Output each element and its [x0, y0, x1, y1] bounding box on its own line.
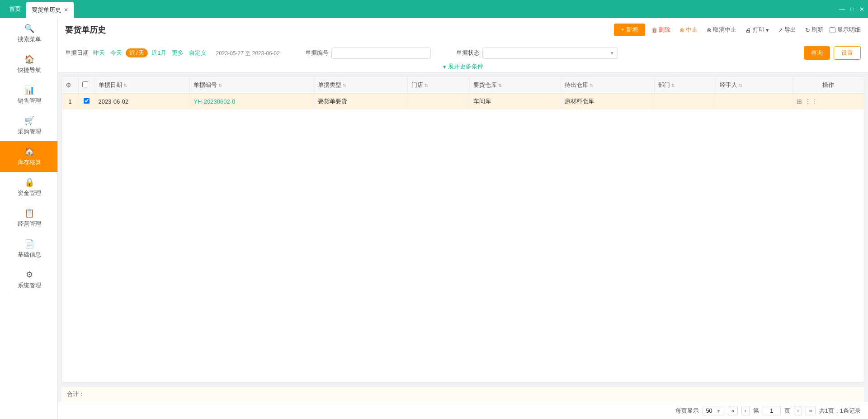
th-doc-type: 单据类型⇅ [314, 77, 408, 94]
shortcut-custom[interactable]: 自定义 [187, 48, 208, 57]
page-input[interactable] [763, 406, 781, 415]
shortcut-last7days[interactable]: 近7天 [126, 48, 148, 57]
finance-mgmt-icon: 🔒 [24, 177, 34, 187]
per-page-label: 每页显示 [675, 407, 699, 415]
window-maximize-btn[interactable]: □ [850, 6, 854, 13]
cell-req-warehouse: 车间库 [469, 94, 561, 110]
delete-icon: 🗑 [651, 27, 657, 33]
status-select-wrapper [482, 48, 618, 59]
total-label: 合计： [67, 390, 85, 398]
filter-group-date-range: 2023-05-27 至 2023-06-02 [216, 49, 279, 57]
sort-doc-type-icon[interactable]: ⇅ [343, 83, 346, 88]
query-button[interactable]: 查询 [804, 46, 830, 60]
main-layout: 🔍 搜索菜单 🏠 快捷导航 📊 销售管理 🛒 采购管理 🏠 库存核算 🔒 资金管… [0, 18, 868, 419]
table-settings-icon[interactable]: ⚙ [66, 81, 71, 89]
shortcut-more[interactable]: 更多 [170, 48, 185, 57]
view-action-icon[interactable]: ⊞ [797, 98, 802, 105]
select-all-checkbox[interactable] [82, 81, 88, 87]
docno-filter-input[interactable] [331, 48, 431, 59]
sort-store-icon[interactable]: ⇅ [425, 83, 428, 88]
new-button[interactable]: + 新增 [614, 24, 645, 36]
window-minimize-btn[interactable]: — [839, 6, 845, 13]
sidebar-item-finance-mgmt[interactable]: 🔒 资金管理 [0, 172, 57, 203]
cell-department [654, 94, 716, 110]
sort-doc-date-icon[interactable]: ⇅ [123, 83, 127, 88]
sort-department-icon[interactable]: ⇅ [671, 83, 675, 88]
tab-close-icon[interactable]: ✕ [64, 7, 68, 13]
cell-handler [716, 94, 793, 110]
expand-more-icon: ▾ [443, 63, 446, 70]
cell-num: 1 [62, 94, 78, 110]
cell-doc-type: 要货单要货 [314, 94, 408, 110]
sort-req-warehouse-icon[interactable]: ⇅ [498, 83, 502, 88]
table-area: ⚙ 单据日期⇅ 单据编号⇅ 单据类型⇅ [61, 76, 864, 382]
tab-requisition-history[interactable]: 要货单历史 ✕ [26, 2, 74, 18]
shortcut-last1month[interactable]: 近1月 [150, 48, 168, 57]
page-title-row: 要货单历史 + 新增 🗑 删除 ⊗ 中止 ⊗ 取消中止 [65, 24, 861, 36]
per-page-select[interactable]: 20 50 100 200 [703, 406, 724, 415]
quick-nav-icon: 🏠 [24, 54, 34, 64]
th-settings: ⚙ [62, 77, 78, 94]
sidebar-item-search-menu[interactable]: 🔍 搜索菜单 [0, 18, 57, 49]
first-page-btn[interactable]: « [728, 406, 737, 415]
page-suffix: 页 [784, 407, 790, 415]
settings-button[interactable]: 设置 [834, 46, 861, 60]
print-button[interactable]: 🖨 打印 ▾ [743, 24, 772, 36]
expand-more-row[interactable]: ▾ 展开更多条件 [65, 60, 861, 72]
th-doc-no: 单据编号⇅ [190, 77, 314, 94]
sort-handler-icon[interactable]: ⇅ [739, 83, 742, 88]
next-page-btn[interactable]: › [794, 406, 802, 415]
shortcut-today[interactable]: 今天 [108, 48, 124, 57]
th-checkbox [78, 77, 94, 94]
per-page-select-wrapper: 20 50 100 200 [703, 406, 724, 415]
sort-pending-warehouse-icon[interactable]: ⇅ [590, 83, 593, 88]
sales-mgmt-icon: 📊 [24, 85, 34, 95]
sidebar-item-quick-nav[interactable]: 🏠 快捷导航 [0, 49, 57, 80]
status-filter-select[interactable] [482, 48, 618, 59]
filter-group-status: 单据状态 [456, 48, 618, 59]
sidebar-item-operations-mgmt[interactable]: 📋 经营管理 [0, 203, 57, 233]
th-store: 门店⇅ [408, 77, 469, 94]
sidebar-item-sales-mgmt[interactable]: 📊 销售管理 [0, 80, 57, 110]
filter-action-buttons: 查询 设置 [804, 46, 861, 60]
shortcut-yesterday[interactable]: 昨天 [91, 48, 107, 57]
cancel-stop-button[interactable]: ⊗ 取消中止 [704, 24, 739, 36]
export-button[interactable]: ↗ 导出 [775, 24, 799, 36]
refresh-button[interactable]: ↻ 刷新 [802, 24, 826, 36]
stop-button[interactable]: ⊗ 中止 [677, 24, 700, 36]
last-page-btn[interactable]: » [806, 406, 815, 415]
display-detail-checkbox[interactable]: 显示明细 [830, 26, 861, 34]
cell-pending-warehouse: 原材料仓库 [561, 94, 654, 110]
inventory-icon: 🏠 [24, 147, 34, 157]
more-action-icon[interactable]: ⋮⋮ [805, 98, 817, 105]
row-checkbox-0[interactable] [84, 98, 90, 104]
tab-home[interactable]: 首页 [4, 0, 26, 18]
sidebar-item-system-mgmt[interactable]: ⚙ 系统管理 [0, 264, 57, 295]
doc-no-link[interactable]: YH-20230602-0 [193, 98, 235, 105]
purchase-mgmt-icon: 🛒 [24, 116, 34, 126]
display-detail-input[interactable] [830, 27, 835, 33]
window-close-btn[interactable]: ✕ [859, 6, 864, 13]
refresh-icon: ↻ [805, 27, 810, 33]
cell-actions: ⊞ ⋮⋮ [793, 94, 864, 110]
table-body: 1 2023-06-02 YH-20230602-0 要货单要货 车间库 原材料… [62, 94, 864, 110]
sidebar-item-basic-info[interactable]: 📄 基础信息 [0, 233, 57, 264]
th-doc-date: 单据日期⇅ [94, 77, 190, 94]
table-header-row: ⚙ 单据日期⇅ 单据编号⇅ 单据类型⇅ [62, 77, 864, 94]
print-icon: 🖨 [745, 27, 751, 33]
expand-more-label: 展开更多条件 [448, 62, 483, 71]
delete-button[interactable]: 🗑 删除 [649, 24, 673, 36]
prev-page-btn[interactable]: ‹ [741, 406, 750, 415]
date-filter-label: 单据日期 [65, 49, 89, 57]
operations-mgmt-icon: 📋 [24, 208, 34, 218]
cell-doc-no: YH-20230602-0 [190, 94, 314, 110]
th-department: 部门⇅ [654, 77, 716, 94]
date-shortcuts: 昨天 今天 近7天 近1月 更多 自定义 [91, 48, 208, 57]
sidebar-item-purchase-mgmt[interactable]: 🛒 采购管理 [0, 110, 57, 141]
search-menu-icon: 🔍 [24, 24, 34, 33]
sort-doc-no-icon[interactable]: ⇅ [218, 83, 222, 88]
cell-checkbox [78, 94, 94, 110]
table-footer: 合计： [61, 386, 864, 402]
sidebar-item-inventory[interactable]: 🏠 库存核算 [0, 141, 57, 172]
print-dropdown-icon: ▾ [766, 27, 769, 33]
